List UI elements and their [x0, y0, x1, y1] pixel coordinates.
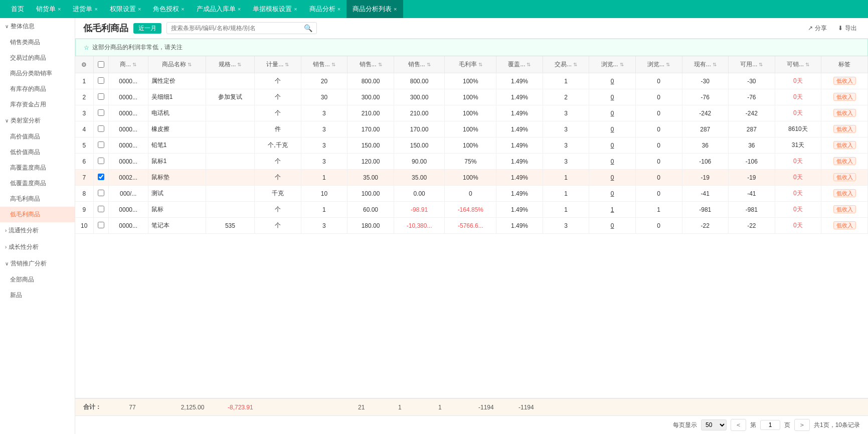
nav-purchase-order[interactable]: 进货单 ×	[67, 0, 103, 18]
row-browse1[interactable]: 0	[589, 121, 636, 137]
current-page-input[interactable]	[760, 420, 780, 430]
row-name[interactable]: 鼠标1	[148, 154, 206, 170]
row-tag: 低收入	[821, 137, 868, 154]
col-gross-rate[interactable]: 毛利率⇅	[445, 56, 496, 73]
prev-page-button[interactable]: ＜	[731, 419, 746, 431]
row-browse1[interactable]: 1	[589, 202, 636, 218]
row-browse1[interactable]: 0	[589, 105, 636, 121]
row-checkbox[interactable]	[98, 109, 104, 116]
next-page-button[interactable]: ＞	[794, 419, 810, 431]
col-name[interactable]: 商品名称⇅	[148, 56, 206, 73]
top-navigation: 首页 销货单 × 进货单 × 权限设置 × 角色授权 × 产成品入库单 × 单据…	[0, 0, 868, 18]
nav-product-analysis-list[interactable]: 商品分析列表 ×	[346, 0, 403, 18]
sidebar-section-quadrant[interactable]: ∨ 类射室分析	[0, 112, 75, 129]
row-name[interactable]: 铅笔1	[148, 137, 206, 154]
sidebar-item-stock-capital[interactable]: 库存资金占用	[0, 97, 75, 112]
col-settings[interactable]: ⚙	[75, 56, 93, 73]
row-checkbox[interactable]	[98, 93, 104, 100]
sidebar-section-circulation[interactable]: › 流通性分析	[0, 222, 75, 239]
row-tag: 低收入	[821, 218, 868, 234]
sidebar-item-low-coverage[interactable]: 低覆盖度商品	[0, 176, 75, 191]
nav-template-settings[interactable]: 单据模板设置 ×	[247, 0, 303, 18]
col-sales-count[interactable]: 销售...⇅	[301, 56, 348, 73]
search-input[interactable]	[171, 25, 304, 32]
nav-close-icon[interactable]: ×	[58, 0, 61, 18]
row-name[interactable]: 笔记本	[148, 218, 206, 234]
nav-permission-settings[interactable]: 权限设置 ×	[104, 0, 147, 18]
row-sales-count: 3	[301, 121, 348, 137]
col-coverage[interactable]: 覆盖...⇅	[496, 56, 543, 73]
per-page-select[interactable]: 50 20 100	[701, 419, 727, 430]
nav-close-icon[interactable]: ×	[181, 0, 184, 18]
sidebar-item-high-margin[interactable]: 高毛利商品	[0, 191, 75, 207]
row-trade: 2	[543, 89, 589, 105]
col-spec[interactable]: 规格...⇅	[206, 56, 254, 73]
sidebar-section-marketing[interactable]: ∨ 营销推广分析	[0, 255, 75, 272]
row-name[interactable]: 属性定价	[148, 73, 206, 89]
search-icon[interactable]: 🔍	[304, 24, 312, 32]
row-checkbox[interactable]	[98, 77, 104, 84]
select-all-checkbox[interactable]	[98, 61, 104, 68]
row-name[interactable]: 电话机	[148, 105, 206, 121]
row-name[interactable]: 橡皮擦	[148, 121, 206, 137]
export-button[interactable]: ⬇ 导出	[835, 23, 860, 34]
row-name[interactable]: 测试	[148, 186, 206, 202]
sidebar-item-low-margin[interactable]: 低毛利商品	[0, 207, 75, 222]
nav-close-icon[interactable]: ×	[337, 0, 340, 18]
sidebar-item-new-products[interactable]: 新品	[0, 287, 75, 303]
row-checkbox[interactable]	[98, 125, 104, 132]
row-checkbox[interactable]	[98, 174, 104, 180]
table-row: 60000...鼠标1个3120.0090.0075%1.49%300-106-…	[75, 154, 868, 170]
sidebar-section-growth[interactable]: › 成长性分析	[0, 239, 75, 255]
col-trade[interactable]: 交易...⇅	[543, 56, 589, 73]
row-sales-count: 1	[301, 202, 348, 218]
col-available[interactable]: 可用...⇅	[729, 56, 775, 73]
row-browse1[interactable]: 0	[589, 170, 636, 186]
row-browse1[interactable]: 0	[589, 137, 636, 154]
row-browse1[interactable]: 0	[589, 89, 636, 105]
nav-home[interactable]: 首页	[5, 0, 30, 18]
col-browse2[interactable]: 浏览...⇅	[635, 56, 682, 73]
share-button[interactable]: ↗ 分享	[805, 23, 830, 34]
nav-close-icon[interactable]: ×	[94, 0, 97, 18]
col-unit[interactable]: 计量...⇅	[255, 56, 301, 73]
row-browse1[interactable]: 0	[589, 154, 636, 170]
col-current-stock[interactable]: 现有...⇅	[682, 56, 729, 73]
sidebar-item-category-rate[interactable]: 商品分类助销率	[0, 66, 75, 81]
sidebar-item-all-products[interactable]: 全部商品	[0, 272, 75, 287]
row-name[interactable]: 鼠标	[148, 202, 206, 218]
nav-sales-order[interactable]: 销货单 ×	[30, 0, 67, 18]
row-checkbox[interactable]	[98, 158, 104, 164]
col-browse1[interactable]: 浏览...⇅	[589, 56, 636, 73]
sidebar-section-overall[interactable]: ∨ 整体信息	[0, 18, 75, 35]
row-name[interactable]: 鼠标垫	[148, 170, 206, 186]
sidebar-item-high-coverage[interactable]: 高覆盖度商品	[0, 160, 75, 176]
row-checkbox[interactable]	[98, 190, 104, 196]
sidebar-item-sales-products[interactable]: 销售类商品	[0, 35, 75, 50]
row-checkbox[interactable]	[98, 141, 104, 148]
sidebar-item-low-value[interactable]: 低价值商品	[0, 144, 75, 160]
row-name[interactable]: 吴细细1	[148, 89, 206, 105]
col-sellable[interactable]: 可销...⇅	[775, 56, 821, 73]
nav-close-icon[interactable]: ×	[238, 0, 241, 18]
period-filter-tag[interactable]: 近一月	[133, 23, 161, 34]
row-number: 8	[75, 186, 93, 202]
row-checkbox-cell	[93, 186, 108, 202]
sidebar-item-traded-products[interactable]: 交易过的商品	[0, 50, 75, 66]
row-checkbox[interactable]	[98, 222, 104, 228]
row-browse1[interactable]: 0	[589, 73, 636, 89]
col-sales-amount[interactable]: 销售...⇅	[394, 56, 445, 73]
row-checkbox[interactable]	[98, 206, 104, 212]
nav-close-icon[interactable]: ×	[394, 0, 397, 18]
nav-close-icon[interactable]: ×	[294, 0, 297, 18]
col-sales-price[interactable]: 销售...⇅	[348, 56, 394, 73]
sidebar-item-high-value[interactable]: 高价值商品	[0, 129, 75, 144]
nav-product-analysis[interactable]: 商品分析 ×	[303, 0, 346, 18]
nav-close-icon[interactable]: ×	[138, 0, 141, 18]
row-browse1[interactable]: 0	[589, 218, 636, 234]
nav-role-auth[interactable]: 角色授权 ×	[147, 0, 190, 18]
sidebar-item-stocked-products[interactable]: 有库存的商品	[0, 81, 75, 97]
nav-product-inbound[interactable]: 产成品入库单 ×	[191, 0, 247, 18]
row-browse1[interactable]: 0	[589, 186, 636, 202]
col-code[interactable]: 商...⇅	[108, 56, 148, 73]
